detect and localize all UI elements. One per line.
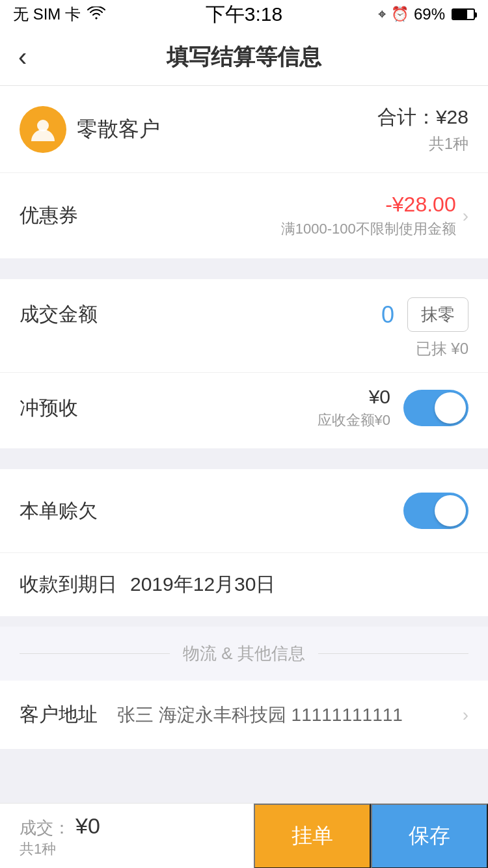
customer-name: 零散客户 xyxy=(77,115,160,144)
save-button[interactable]: 保存 xyxy=(371,804,488,869)
status-time: 下午3:18 xyxy=(206,1,282,28)
duedate-row: 收款到期日 2019年12月30日 xyxy=(0,552,488,616)
amount-already: 已抹 ¥0 xyxy=(0,338,488,372)
prereceive-label: 冲预收 xyxy=(20,395,78,422)
coupon-info: -¥28.00 满1000-100不限制使用金额 xyxy=(281,193,456,239)
customer-section: 零散客户 合计：¥28 共1种 优惠券 -¥28.00 满1000-100不限制… xyxy=(0,86,488,258)
chevron-right-icon: › xyxy=(463,206,468,226)
duedate-label: 收款到期日 xyxy=(20,571,117,598)
address-chevron-icon: › xyxy=(463,705,468,726)
address-section: 客户地址 张三 海淀永丰科技园 11111111111 › xyxy=(0,681,488,749)
prereceive-toggle[interactable] xyxy=(403,390,468,426)
prereceive-right: ¥0 应收金额¥0 xyxy=(318,386,468,430)
status-right: ⌖ ⏰ 69% xyxy=(378,5,475,23)
coupon-label: 优惠券 xyxy=(20,202,78,229)
location-icon: ⌖ xyxy=(378,6,386,23)
logistics-divider-left xyxy=(20,653,170,654)
avatar xyxy=(20,106,66,153)
alarm-icon: ⏰ xyxy=(391,6,409,23)
customer-summary: 合计：¥28 共1种 xyxy=(377,104,468,154)
toggle-knob xyxy=(435,392,466,424)
status-bar: 无 SIM 卡 下午3:18 ⌖ ⏰ 69% xyxy=(0,0,488,29)
wifi-icon xyxy=(87,5,105,23)
total-count: 共1种 xyxy=(377,133,468,154)
bottom-deal-label: 成交： xyxy=(20,817,70,839)
prereceive-main: ¥0 xyxy=(318,386,390,408)
debt-toggle-knob xyxy=(435,495,466,526)
prereceive-amount: ¥0 应收金额¥0 xyxy=(318,386,390,430)
amount-value[interactable]: 0 xyxy=(381,301,394,329)
debt-label: 本单赊欠 xyxy=(20,498,98,524)
address-row[interactable]: 客户地址 张三 海淀永丰科技园 11111111111 › xyxy=(0,681,488,749)
logistics-text: 物流 & 其他信息 xyxy=(170,642,318,665)
coupon-desc: 满1000-100不限制使用金额 xyxy=(281,219,456,239)
prereceive-row: 冲预收 ¥0 应收金额¥0 xyxy=(0,372,488,448)
coupon-right: -¥28.00 满1000-100不限制使用金额 › xyxy=(281,193,468,239)
status-left: 无 SIM 卡 xyxy=(13,4,105,25)
transaction-section: 成交金额 0 抹零 已抹 ¥0 冲预收 ¥0 应收金额¥0 xyxy=(0,279,488,448)
customer-left: 零散客户 xyxy=(20,106,160,153)
round-button[interactable]: 抹零 xyxy=(407,297,468,332)
address-value: 张三 海淀永丰科技园 11111111111 xyxy=(117,703,463,727)
bottom-count: 共1种 xyxy=(20,839,234,859)
prereceive-sub: 应收金额¥0 xyxy=(318,411,390,430)
address-label: 客户地址 xyxy=(20,701,98,728)
carrier-text: 无 SIM 卡 xyxy=(13,4,81,25)
debt-toggle[interactable] xyxy=(403,493,468,529)
debt-row: 本单赊欠 xyxy=(0,469,488,552)
bottom-left: 成交： ¥0 共1种 xyxy=(0,813,254,859)
nav-title: 填写结算等信息 xyxy=(167,42,321,72)
bottom-amount: ¥0 xyxy=(75,813,100,839)
back-button[interactable]: ‹ xyxy=(18,42,27,72)
duedate-value[interactable]: 2019年12月30日 xyxy=(130,571,275,598)
coupon-discount: -¥28.00 xyxy=(281,193,456,217)
logistics-header: 物流 & 其他信息 xyxy=(0,627,488,681)
customer-row: 零散客户 合计：¥28 共1种 xyxy=(0,86,488,172)
amount-row: 成交金额 0 抹零 xyxy=(0,279,488,338)
pending-button[interactable]: 挂单 xyxy=(254,804,371,869)
logistics-divider-right xyxy=(318,653,468,654)
amount-right: 0 抹零 xyxy=(381,297,468,332)
coupon-row[interactable]: 优惠券 -¥28.00 满1000-100不限制使用金额 › xyxy=(0,172,488,258)
nav-bar: ‹ 填写结算等信息 xyxy=(0,29,488,86)
debt-section: 本单赊欠 收款到期日 2019年12月30日 xyxy=(0,469,488,616)
total-amount: 合计：¥28 xyxy=(377,104,468,131)
amount-label: 成交金额 xyxy=(20,301,98,328)
divider-2 xyxy=(0,459,488,469)
battery-text: 69% xyxy=(414,5,445,23)
bottom-bar: 成交： ¥0 共1种 挂单 保存 xyxy=(0,803,488,868)
divider-1 xyxy=(0,269,488,279)
battery-icon xyxy=(452,8,475,20)
